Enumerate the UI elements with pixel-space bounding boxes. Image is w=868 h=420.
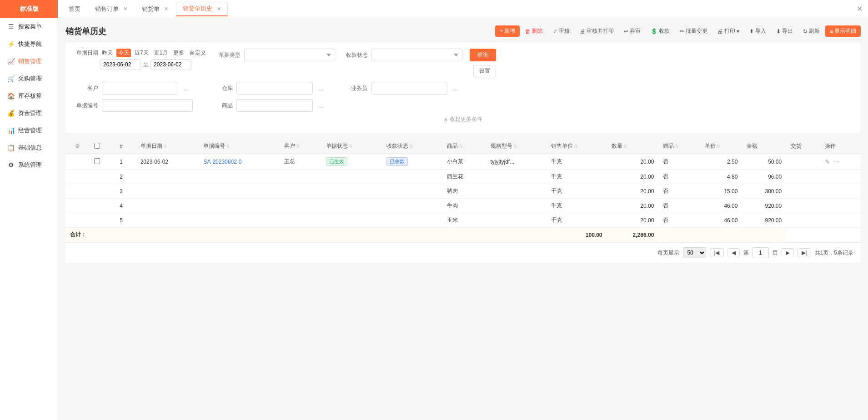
print-button[interactable]: 🖨 打印 ▾: [713, 25, 744, 37]
audit-button[interactable]: ✓ 审核: [548, 25, 574, 37]
print-dropdown-icon: ▾: [737, 28, 739, 35]
audit-print-button[interactable]: 🖨 审核并打印: [575, 25, 618, 37]
more-button[interactable]: ⋯: [833, 158, 839, 165]
first-page-button[interactable]: |◀: [710, 248, 723, 257]
row-doc-number[interactable]: [199, 170, 279, 184]
customer-header[interactable]: 客户⇅: [280, 139, 321, 154]
warehouse-dots[interactable]: ...: [318, 85, 323, 92]
tab-home[interactable]: 首页: [62, 2, 87, 16]
more-shortcut[interactable]: 更多: [171, 49, 186, 57]
doc-number-input[interactable]: [102, 99, 193, 112]
spec-header[interactable]: 规格型号⇅: [486, 139, 547, 154]
custom-shortcut[interactable]: 自定义: [188, 49, 208, 57]
product-input[interactable]: [236, 99, 313, 112]
sidebar-item-search-menu[interactable]: ☰ 搜索菜单: [0, 18, 58, 35]
doc-status-header[interactable]: 单据状态⇅: [321, 139, 382, 154]
prev-page-button[interactable]: ◀: [728, 248, 740, 257]
batch-change-button[interactable]: ✏ 批量变更: [675, 25, 712, 37]
7days-shortcut[interactable]: 近7天: [133, 49, 151, 57]
row-checkbox[interactable]: [90, 170, 115, 184]
customer-dots[interactable]: ...: [184, 85, 189, 92]
discard-button[interactable]: ↩ 弃审: [619, 25, 645, 37]
sidebar-item-system[interactable]: ⚙ 系统管理: [0, 156, 58, 174]
tab-sales-history[interactable]: 销货单历史 ✕: [176, 2, 228, 16]
yesterday-shortcut[interactable]: 昨天: [100, 49, 115, 57]
salesperson-input[interactable]: [371, 82, 447, 95]
doc-number-header[interactable]: 单据编号⇅: [199, 139, 279, 154]
collect-button[interactable]: 💲 收款: [646, 25, 674, 37]
show-detail-button[interactable]: ≡ 显示明细: [825, 25, 861, 37]
sidebar-item-operations[interactable]: 📊 经营管理: [0, 122, 58, 139]
row-checkbox[interactable]: [90, 184, 115, 199]
tab-sales-history-close[interactable]: ✕: [217, 6, 221, 12]
today-shortcut[interactable]: 今天: [116, 49, 131, 57]
row-transaction: [786, 199, 820, 213]
tab-sales-delivery[interactable]: 销货单 ✕: [135, 2, 175, 16]
salesperson-dots[interactable]: ...: [453, 85, 458, 92]
sidebar-item-purchase[interactable]: 🛒 采购管理: [0, 70, 58, 87]
doc-number-label: 单据编号: [73, 102, 98, 110]
tab-sales-order-close[interactable]: ✕: [123, 6, 127, 12]
doc-date-header[interactable]: 单据日期⇅: [136, 139, 199, 154]
export-button[interactable]: ⬇ 导出: [772, 25, 798, 37]
select-all-checkbox[interactable]: [94, 143, 100, 149]
checkbox-header[interactable]: [90, 139, 115, 154]
customer-input[interactable]: [102, 82, 178, 95]
date-range-separator: 至: [143, 60, 149, 69]
date-to-input[interactable]: [151, 59, 191, 70]
row-doc-number[interactable]: [199, 213, 279, 228]
unit-header[interactable]: 销售单位⇅: [547, 139, 607, 154]
date-shortcuts: 昨天 今天 近7天 近1月 更多 自定义: [100, 49, 208, 57]
product-header[interactable]: 商品⇅: [442, 139, 486, 154]
row-payment-status: [382, 170, 442, 184]
edit-button[interactable]: ✎: [825, 158, 830, 165]
tab-sales-delivery-close[interactable]: ✕: [164, 6, 168, 12]
next-page-button[interactable]: ▶: [782, 248, 794, 257]
collapse-button[interactable]: ∧ 收起更多条件: [444, 115, 482, 123]
import-button[interactable]: ⬆ 导入: [745, 25, 771, 37]
row-gear: [65, 170, 90, 184]
date-from-input[interactable]: [100, 59, 141, 70]
last-page-button[interactable]: ▶|: [798, 248, 811, 257]
row-gear: [65, 213, 90, 228]
row-checkbox[interactable]: [90, 199, 115, 213]
row-quantity: 20.00: [607, 154, 659, 170]
tab-sales-order[interactable]: 销售订单 ✕: [88, 2, 134, 16]
sidebar-item-quick-nav[interactable]: ⚡ 快捷导航: [0, 35, 58, 53]
row-checkbox[interactable]: [90, 154, 115, 170]
payment-status-header[interactable]: 收款状态⇅: [382, 139, 442, 154]
doc-type-select[interactable]: [244, 49, 335, 61]
refresh-button[interactable]: ↻ 刷新: [798, 25, 824, 37]
sidebar-item-sales[interactable]: 📈 销售管理: [0, 53, 58, 70]
warehouse-input[interactable]: [236, 82, 313, 95]
quantity-header[interactable]: 数量⇅: [607, 139, 659, 154]
row-amount: 300.00: [742, 184, 786, 199]
page-number-input[interactable]: [753, 247, 769, 258]
query-button[interactable]: 查询: [470, 49, 496, 61]
finance-icon: 💰: [7, 110, 15, 117]
row-checkbox-input[interactable]: [94, 158, 100, 164]
product-dots[interactable]: ...: [318, 102, 323, 109]
sidebar-item-basic-info[interactable]: 📋 基础信息: [0, 139, 58, 156]
new-button[interactable]: + 新增: [495, 25, 520, 37]
settings-button[interactable]: 设置: [473, 65, 496, 77]
gear-header[interactable]: ⚙: [65, 139, 90, 154]
row-product: 猪肉: [442, 184, 486, 199]
sidebar-item-finance[interactable]: 💰 资金管理: [0, 105, 58, 122]
delete-button[interactable]: 🗑 删除: [521, 25, 547, 37]
row-doc-number[interactable]: SA-20230602-0: [199, 154, 279, 170]
payment-status-select[interactable]: [371, 49, 462, 61]
row-unit: 千克: [547, 170, 607, 184]
summary-amount: 2,286.00: [607, 228, 659, 242]
row-actions: [820, 199, 861, 213]
page-size-select[interactable]: 50 20 100: [683, 247, 706, 258]
price-header[interactable]: 单价⇅: [700, 139, 742, 154]
row-checkbox[interactable]: [90, 213, 115, 228]
row-doc-number[interactable]: [199, 199, 279, 213]
close-all-tabs-button[interactable]: ✕: [855, 3, 864, 15]
gift-header[interactable]: 赠品⇅: [658, 139, 700, 154]
row-doc-number[interactable]: [199, 184, 279, 199]
sidebar-item-inventory[interactable]: 🏠 库存核算: [0, 87, 58, 105]
1month-shortcut[interactable]: 近1月: [152, 49, 170, 57]
row-amount: 50.00: [742, 154, 786, 170]
